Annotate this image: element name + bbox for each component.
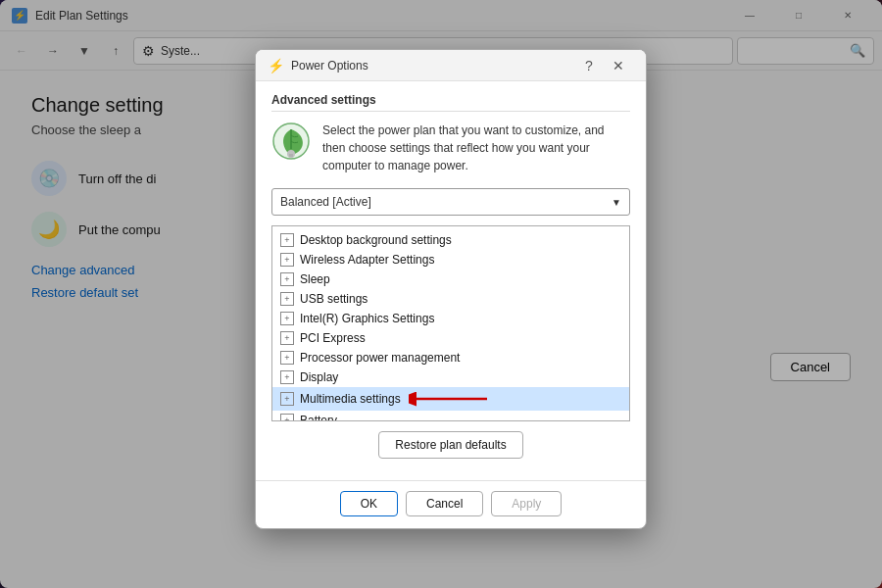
expand-icon: + xyxy=(280,392,294,406)
list-item-label: USB settings xyxy=(300,292,368,306)
expand-icon: + xyxy=(280,414,294,420)
list-item[interactable]: +Wireless Adapter Settings xyxy=(272,250,629,270)
plan-dropdown[interactable]: Balanced [Active] ▼ xyxy=(271,188,630,216)
expand-icon: + xyxy=(280,233,294,247)
ok-button[interactable]: OK xyxy=(340,491,398,516)
dialog-footer: OK Cancel Apply xyxy=(256,480,646,528)
svg-rect-2 xyxy=(289,154,293,157)
list-item-label: PCI Express xyxy=(300,331,366,345)
apply-button[interactable]: Apply xyxy=(491,491,562,516)
list-item[interactable]: +USB settings xyxy=(272,289,629,309)
dialog-desc-text: Select the power plan that you want to c… xyxy=(322,122,630,174)
expand-icon: + xyxy=(280,370,294,384)
expand-icon: + xyxy=(280,292,294,306)
expand-icon: + xyxy=(280,351,294,365)
list-item[interactable]: +Sleep xyxy=(272,270,629,289)
list-item-label: Display xyxy=(300,370,338,384)
red-arrow-annotation xyxy=(409,390,497,408)
list-item-label: Desktop background settings xyxy=(300,233,452,247)
restore-defaults-button[interactable]: Restore plan defaults xyxy=(378,431,522,459)
expand-icon: + xyxy=(280,331,294,345)
settings-list[interactable]: +Desktop background settings+Wireless Ad… xyxy=(272,226,629,420)
power-options-dialog: ⚡ Power Options ? ✕ Advanced settings xyxy=(255,49,647,529)
dialog-titlebar: ⚡ Power Options ? ✕ xyxy=(256,50,646,81)
section-label: Advanced settings xyxy=(271,93,630,112)
dialog-power-icon: ⚡ xyxy=(268,58,283,74)
settings-list-container: +Desktop background settings+Wireless Ad… xyxy=(271,225,630,421)
list-item[interactable]: +Intel(R) Graphics Settings xyxy=(272,309,629,328)
list-item[interactable]: +Desktop background settings xyxy=(272,230,629,250)
cancel-button[interactable]: Cancel xyxy=(406,491,483,516)
help-button[interactable]: ? xyxy=(577,54,601,77)
list-item[interactable]: +Multimedia settings xyxy=(272,387,629,411)
dropdown-chevron-icon: ▼ xyxy=(612,197,621,208)
list-item[interactable]: +Display xyxy=(272,368,629,387)
list-item-label: Intel(R) Graphics Settings xyxy=(300,312,434,325)
list-item-label: Processor power management xyxy=(300,351,460,365)
dialog-body: Advanced settings Select the power plan … xyxy=(256,81,646,480)
list-item-label: Sleep xyxy=(300,272,330,286)
list-item[interactable]: +Battery xyxy=(272,411,629,420)
plan-dropdown-text: Balanced [Active] xyxy=(280,195,371,209)
dialog-close-button[interactable]: ✕ xyxy=(603,54,634,77)
power-leaf-icon xyxy=(271,122,311,161)
list-item[interactable]: +Processor power management xyxy=(272,348,629,368)
list-item-label: Multimedia settings xyxy=(300,392,401,406)
expand-icon: + xyxy=(280,312,294,325)
expand-icon: + xyxy=(280,253,294,267)
list-item-label: Wireless Adapter Settings xyxy=(300,253,434,267)
list-item-label: Battery xyxy=(300,414,337,420)
list-item[interactable]: +PCI Express xyxy=(272,328,629,348)
expand-icon: + xyxy=(280,272,294,286)
dialog-description: Select the power plan that you want to c… xyxy=(271,122,630,174)
dialog-controls: ? ✕ xyxy=(577,54,634,77)
dialog-title: Power Options xyxy=(291,59,577,73)
